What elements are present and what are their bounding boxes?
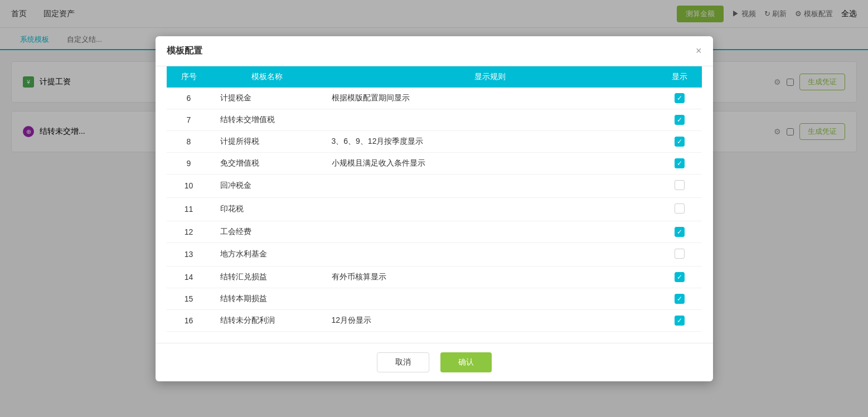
table-row: 10回冲税金 bbox=[167, 174, 702, 197]
row-rule: 12月份显示 bbox=[323, 309, 657, 331]
row-checkbox-cell bbox=[657, 88, 702, 109]
row-id: 7 bbox=[167, 109, 211, 130]
row-id: 6 bbox=[167, 88, 211, 109]
row-rule: 有外币核算显示 bbox=[323, 266, 657, 288]
row-checkbox-cell bbox=[657, 152, 702, 174]
row-checkbox-cell bbox=[657, 130, 702, 152]
row-checkbox-cell bbox=[657, 174, 702, 197]
row-checkbox-cell bbox=[657, 243, 702, 266]
row-name: 回冲税金 bbox=[211, 174, 323, 197]
confirm-button[interactable]: 确认 bbox=[440, 352, 492, 372]
row-checkbox[interactable] bbox=[675, 158, 685, 168]
row-checkbox[interactable] bbox=[675, 316, 685, 326]
row-rule bbox=[323, 243, 657, 266]
row-name: 免交增值税 bbox=[211, 152, 323, 174]
row-id: 9 bbox=[167, 152, 211, 174]
table-row: 6计提税金根据模版配置期间显示 bbox=[167, 88, 702, 109]
table-row: 15结转本期损益 bbox=[167, 288, 702, 309]
row-checkbox[interactable] bbox=[675, 227, 685, 237]
col-header-rule: 显示规则 bbox=[323, 66, 657, 88]
row-checkbox-cell bbox=[657, 266, 702, 288]
row-checkbox-cell bbox=[657, 197, 702, 221]
row-rule bbox=[323, 197, 657, 221]
row-rule: 3、6、9、12月按季度显示 bbox=[323, 130, 657, 152]
config-table: 序号 模板名称 显示规则 显示 6计提税金根据模版配置期间显示7结转未交增值税8… bbox=[167, 66, 702, 332]
modal-header: 模板配置 × bbox=[156, 36, 713, 66]
table-row: 12工会经费 bbox=[167, 221, 702, 243]
row-rule bbox=[323, 109, 657, 130]
row-rule bbox=[323, 288, 657, 309]
row-checkbox-cell bbox=[657, 309, 702, 331]
row-checkbox[interactable] bbox=[675, 249, 685, 259]
table-row: 9免交增值税小规模且满足收入条件显示 bbox=[167, 152, 702, 174]
row-checkbox[interactable] bbox=[675, 203, 685, 214]
row-name: 结转未分配利润 bbox=[211, 309, 323, 331]
row-checkbox[interactable] bbox=[675, 137, 685, 147]
row-id: 11 bbox=[167, 197, 211, 221]
row-checkbox-cell bbox=[657, 288, 702, 309]
row-name: 印花税 bbox=[211, 197, 323, 221]
modal-body: 序号 模板名称 显示规则 显示 6计提税金根据模版配置期间显示7结转未交增值税8… bbox=[156, 66, 713, 343]
modal-overlay[interactable]: 模板配置 × 序号 模板名称 显示规则 显示 6计提税金根据模版配置期间显示7结… bbox=[0, 0, 868, 417]
cancel-button[interactable]: 取消 bbox=[377, 352, 429, 372]
row-checkbox-cell bbox=[657, 109, 702, 130]
row-name: 计提税金 bbox=[211, 88, 323, 109]
row-id: 12 bbox=[167, 221, 211, 243]
template-config-modal: 模板配置 × 序号 模板名称 显示规则 显示 6计提税金根据模版配置期间显示7结… bbox=[156, 36, 713, 381]
row-name: 结转汇兑损益 bbox=[211, 266, 323, 288]
row-checkbox[interactable] bbox=[675, 115, 685, 125]
row-id: 8 bbox=[167, 130, 211, 152]
row-name: 计提所得税 bbox=[211, 130, 323, 152]
table-row: 11印花税 bbox=[167, 197, 702, 221]
row-rule: 根据模版配置期间显示 bbox=[323, 88, 657, 109]
row-name: 工会经费 bbox=[211, 221, 323, 243]
row-id: 15 bbox=[167, 288, 211, 309]
row-name: 地方水利基金 bbox=[211, 243, 323, 266]
table-row: 16结转未分配利润12月份显示 bbox=[167, 309, 702, 331]
table-row: 7结转未交增值税 bbox=[167, 109, 702, 130]
modal-footer: 取消 确认 bbox=[156, 343, 713, 381]
row-name: 结转未交增值税 bbox=[211, 109, 323, 130]
row-checkbox[interactable] bbox=[675, 294, 685, 304]
row-id: 10 bbox=[167, 174, 211, 197]
row-checkbox-cell bbox=[657, 221, 702, 243]
table-row: 8计提所得税3、6、9、12月按季度显示 bbox=[167, 130, 702, 152]
modal-title: 模板配置 bbox=[167, 45, 202, 57]
row-rule bbox=[323, 221, 657, 243]
row-checkbox[interactable] bbox=[675, 272, 685, 282]
table-row: 14结转汇兑损益有外币核算显示 bbox=[167, 266, 702, 288]
row-id: 14 bbox=[167, 266, 211, 288]
row-rule: 小规模且满足收入条件显示 bbox=[323, 152, 657, 174]
table-row: 13地方水利基金 bbox=[167, 243, 702, 266]
col-header-name: 模板名称 bbox=[211, 66, 323, 88]
row-id: 16 bbox=[167, 309, 211, 331]
modal-close-button[interactable]: × bbox=[696, 46, 702, 56]
row-checkbox[interactable] bbox=[675, 93, 685, 103]
row-id: 13 bbox=[167, 243, 211, 266]
row-name: 结转本期损益 bbox=[211, 288, 323, 309]
col-header-id: 序号 bbox=[167, 66, 211, 88]
col-header-display: 显示 bbox=[657, 66, 702, 88]
row-checkbox[interactable] bbox=[675, 180, 685, 190]
row-rule bbox=[323, 174, 657, 197]
